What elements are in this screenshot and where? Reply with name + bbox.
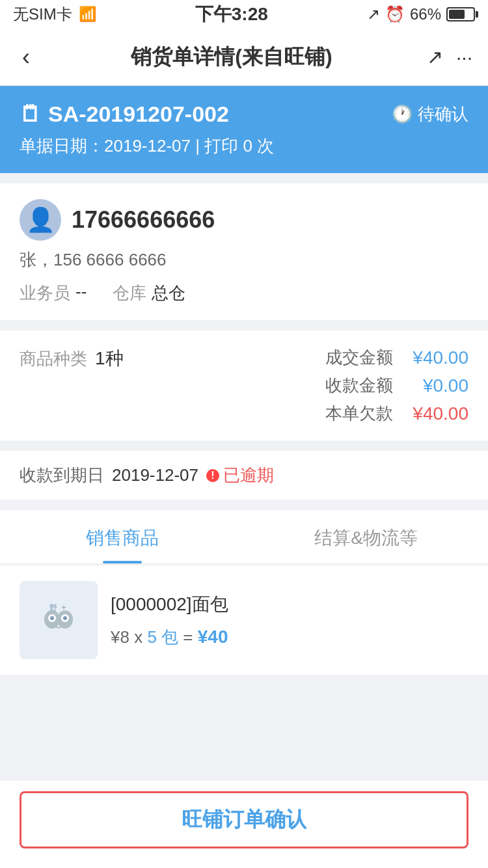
nav-actions: ↗ ··· (427, 46, 472, 68)
warehouse-label: 仓库 (113, 282, 146, 305)
status-bar: 无SIM卡 📶 下午3:28 ↗ ⏰ 66% (0, 0, 488, 29)
product-item: 野 + [0000002]面包 ¥8 x 5 包 = ¥40 (0, 565, 488, 675)
transaction-label: 成交金额 (325, 346, 393, 369)
order-number: 🗒 SA-20191207-002 (20, 102, 229, 127)
salesman-label: 业务员 (20, 282, 70, 305)
status-text: 待确认 (418, 103, 468, 126)
unit-value: 包 (161, 627, 178, 647)
alarm-icon: ⏰ (385, 5, 405, 23)
order-status: 🕐 待确认 (392, 103, 468, 126)
due-label: 收款到期日 (20, 464, 104, 487)
due-card: 收款到期日 2019-12-07 ! 已逾期 (0, 451, 488, 500)
avatar: 👤 (20, 199, 61, 241)
back-button[interactable]: ‹ (16, 37, 36, 77)
share-button[interactable]: ↗ (427, 46, 443, 68)
total-value: ¥40 (198, 627, 228, 647)
bottom-spacer (0, 675, 488, 792)
order-date: 单据日期：2019-12-07 | 打印 0 次 (20, 135, 468, 157)
page-title: 销货单详情(来自旺铺) (131, 43, 332, 72)
product-kind: 商品种类 1种 (20, 346, 124, 371)
customer-card: 👤 17666666666 张，156 6666 6666 业务员 -- 仓库 … (0, 183, 488, 320)
location-icon: ↗ (367, 5, 380, 23)
tabs-bar: 销售商品 结算&物流等 (0, 510, 488, 564)
overdue-text: 已逾期 (223, 464, 274, 487)
warehouse-value: 总仓 (152, 282, 185, 305)
customer-phone: 17666666666 (72, 206, 215, 234)
confirm-order-button[interactable]: 旺铺订单确认 (20, 791, 468, 848)
salesman-value: -- (75, 282, 87, 305)
transaction-amount-row: 成交金额 ¥40.00 (325, 346, 468, 369)
tab-products[interactable]: 销售商品 (0, 510, 244, 563)
carrier-text: 无SIM卡 (13, 4, 72, 25)
received-amount-row: 收款金额 ¥0.00 (325, 374, 468, 397)
avatar-icon: 👤 (26, 206, 55, 234)
owed-amount-row: 本单欠款 ¥40.00 (325, 402, 468, 425)
status-clock-icon: 🕐 (392, 104, 413, 124)
tab-settlement[interactable]: 结算&物流等 (244, 510, 488, 563)
svg-text:野: 野 (49, 603, 57, 612)
product-price: ¥8 x 5 包 = ¥40 (111, 626, 468, 649)
bottom-bar: 旺铺订单确认 (0, 781, 488, 868)
received-label: 收款金额 (325, 374, 393, 397)
svg-text:+: + (61, 603, 66, 612)
more-button[interactable]: ··· (456, 46, 472, 68)
kind-value: 1种 (95, 346, 124, 371)
battery-icon (446, 7, 475, 21)
wifi-icon: 📶 (79, 6, 96, 23)
status-right: ↗ ⏰ 66% (367, 5, 475, 23)
price-value: ¥8 (111, 627, 129, 647)
qty-value: 5 (147, 627, 156, 647)
summary-right: 成交金额 ¥40.00 收款金额 ¥0.00 本单欠款 ¥40.00 (325, 346, 468, 425)
summary-card: 商品种类 1种 成交金额 ¥40.00 收款金额 ¥0.00 本单欠款 ¥40.… (0, 331, 488, 441)
order-icon: 🗒 (20, 102, 42, 127)
svg-point-5 (63, 616, 67, 620)
transaction-value: ¥40.00 (403, 347, 468, 368)
owed-label: 本单欠款 (325, 402, 393, 425)
price-separator: x (134, 627, 147, 647)
status-time: 下午3:28 (195, 2, 268, 27)
products-section: 野 + [0000002]面包 ¥8 x 5 包 = ¥40 (0, 565, 488, 675)
order-header: 🗒 SA-20191207-002 🕐 待确认 单据日期：2019-12-07 … (0, 86, 488, 173)
customer-name: 张，156 6666 6666 (20, 249, 468, 271)
nav-bar: ‹ 销货单详情(来自旺铺) ↗ ··· (0, 29, 488, 86)
due-date-value: 2019-12-07 (112, 465, 198, 485)
product-thumbnail: 野 + (20, 581, 98, 659)
product-thumb-icon: 野 + (39, 601, 78, 640)
kind-label: 商品种类 (20, 347, 87, 370)
product-info: [0000002]面包 ¥8 x 5 包 = ¥40 (111, 592, 468, 649)
svg-point-4 (50, 616, 54, 620)
received-value: ¥0.00 (403, 375, 468, 396)
summary-left: 商品种类 1种 (20, 346, 124, 371)
product-name: [0000002]面包 (111, 592, 468, 617)
equals: = (183, 627, 197, 647)
customer-meta: 业务员 -- 仓库 总仓 (20, 282, 468, 305)
owed-value: ¥40.00 (403, 403, 468, 424)
overdue-badge: ! 已逾期 (206, 464, 274, 487)
status-left: 无SIM卡 📶 (13, 4, 96, 25)
overdue-icon: ! (206, 469, 219, 482)
battery-text: 66% (410, 5, 441, 23)
